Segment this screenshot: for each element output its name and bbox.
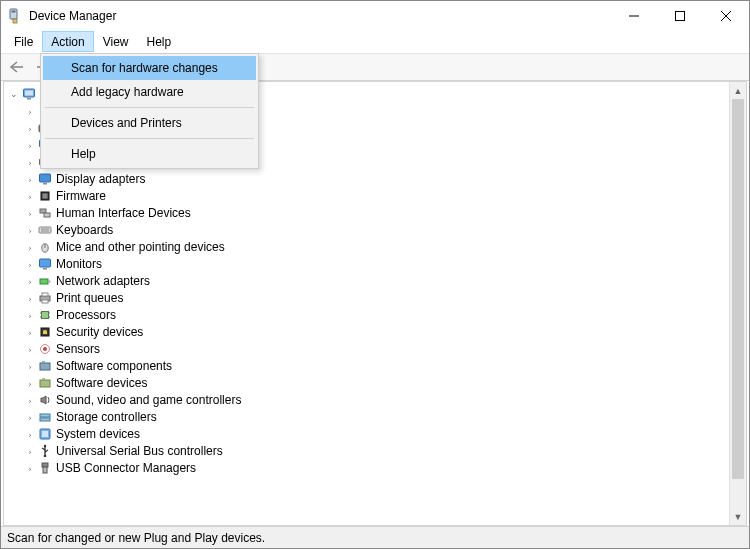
expander-icon[interactable]: › — [24, 307, 36, 323]
window-title: Device Manager — [29, 9, 116, 23]
action-menu-help[interactable]: Help — [43, 142, 256, 166]
tree-item[interactable]: ›System devices — [8, 425, 746, 442]
action-menu-add-legacy[interactable]: Add legacy hardware — [43, 80, 256, 104]
tree-item-label: Keyboards — [56, 222, 113, 238]
expander-icon[interactable]: › — [24, 358, 36, 374]
expander-icon[interactable]: › — [24, 188, 36, 204]
svg-rect-51 — [40, 418, 50, 421]
device-category-icon — [37, 358, 53, 374]
device-category-icon — [37, 409, 53, 425]
device-category-icon — [37, 324, 53, 340]
minimize-button[interactable] — [611, 1, 657, 31]
expander-icon[interactable]: › — [24, 392, 36, 408]
expander-icon[interactable]: › — [24, 103, 36, 119]
scroll-down-arrow[interactable]: ▼ — [730, 508, 746, 525]
tree-item-label: Display adapters — [56, 171, 145, 187]
svg-rect-53 — [42, 431, 48, 437]
tree-item[interactable]: ›Network adapters — [8, 272, 746, 289]
menu-action[interactable]: Action — [42, 31, 93, 52]
tree-item[interactable]: ›Software components — [8, 357, 746, 374]
tree-item[interactable]: ›Monitors — [8, 255, 746, 272]
svg-rect-50 — [40, 414, 50, 417]
svg-rect-38 — [42, 311, 49, 318]
expander-icon[interactable]: › — [24, 137, 36, 153]
expander-icon[interactable]: › — [24, 426, 36, 442]
menu-view[interactable]: View — [94, 31, 138, 52]
menu-file[interactable]: File — [5, 31, 42, 52]
expander-icon[interactable]: ⌄ — [8, 86, 20, 102]
tree-item[interactable]: ›USB Connector Managers — [8, 459, 746, 476]
device-category-icon — [37, 205, 53, 221]
action-menu-devices-printers[interactable]: Devices and Printers — [43, 111, 256, 135]
expander-icon[interactable]: › — [24, 273, 36, 289]
tree-item-label: Sensors — [56, 341, 100, 357]
menu-separator — [45, 138, 254, 139]
expander-icon[interactable]: › — [24, 341, 36, 357]
tree-item-label: Human Interface Devices — [56, 205, 191, 221]
status-bar: Scan for changed or new Plug and Play de… — [1, 526, 749, 548]
tree-item[interactable]: ›Security devices — [8, 323, 746, 340]
close-button[interactable] — [703, 1, 749, 31]
menu-help[interactable]: Help — [138, 31, 181, 52]
expander-icon[interactable]: › — [24, 324, 36, 340]
svg-rect-11 — [27, 98, 31, 100]
tree-item-label: Software components — [56, 358, 172, 374]
tree-item[interactable]: ›Storage controllers — [8, 408, 746, 425]
svg-rect-37 — [42, 300, 48, 303]
device-manager-window: Device Manager File Action View Help Sca… — [0, 0, 750, 549]
svg-rect-34 — [48, 280, 51, 282]
tree-item[interactable]: ›Software devices — [8, 374, 746, 391]
expander-icon[interactable]: › — [24, 171, 36, 187]
svg-rect-10 — [25, 90, 33, 95]
svg-rect-1 — [12, 11, 16, 13]
action-menu-scan[interactable]: Scan for hardware changes — [43, 56, 256, 80]
tree-item[interactable]: ›Firmware — [8, 187, 746, 204]
svg-rect-20 — [40, 174, 51, 182]
expander-icon[interactable]: › — [24, 375, 36, 391]
tree-item-label: Monitors — [56, 256, 102, 272]
expander-icon[interactable]: › — [24, 154, 36, 170]
device-category-icon — [37, 273, 53, 289]
tree-item[interactable]: ›Print queues — [8, 289, 746, 306]
svg-rect-57 — [42, 463, 48, 467]
menu-separator — [45, 107, 254, 108]
svg-rect-21 — [43, 183, 47, 185]
expander-icon[interactable]: › — [24, 256, 36, 272]
scroll-thumb[interactable] — [732, 99, 744, 479]
svg-rect-23 — [43, 193, 48, 198]
tree-item[interactable]: ›Universal Serial Bus controllers — [8, 442, 746, 459]
tree-item-label: Software devices — [56, 375, 147, 391]
tree-item[interactable]: ›Processors — [8, 306, 746, 323]
back-button[interactable] — [5, 56, 27, 78]
tree-item-label: Network adapters — [56, 273, 150, 289]
expander-icon[interactable]: › — [24, 120, 36, 136]
action-dropdown: Scan for hardware changes Add legacy har… — [40, 53, 259, 169]
tree-item[interactable]: ›Human Interface Devices — [8, 204, 746, 221]
expander-icon[interactable]: › — [24, 409, 36, 425]
tree-item[interactable]: ›Keyboards — [8, 221, 746, 238]
svg-rect-25 — [44, 213, 50, 217]
device-category-icon — [37, 443, 53, 459]
device-category-icon — [37, 392, 53, 408]
tree-item[interactable]: ›Sound, video and game controllers — [8, 391, 746, 408]
menu-bar: File Action View Help — [1, 31, 749, 53]
svg-rect-47 — [42, 361, 45, 363]
svg-rect-36 — [42, 293, 48, 296]
scroll-up-arrow[interactable]: ▲ — [730, 82, 746, 99]
device-category-icon — [37, 307, 53, 323]
tree-item[interactable]: ›Sensors — [8, 340, 746, 357]
device-category-icon — [37, 256, 53, 272]
tree-item-label: Print queues — [56, 290, 123, 306]
expander-icon[interactable]: › — [24, 443, 36, 459]
svg-rect-31 — [40, 259, 51, 267]
maximize-button[interactable] — [657, 1, 703, 31]
tree-item[interactable]: ›Mice and other pointing devices — [8, 238, 746, 255]
tree-item[interactable]: ›Display adapters — [8, 170, 746, 187]
tree-item-label: Storage controllers — [56, 409, 157, 425]
expander-icon[interactable]: › — [24, 205, 36, 221]
expander-icon[interactable]: › — [24, 460, 36, 476]
vertical-scrollbar[interactable]: ▲ ▼ — [729, 82, 746, 525]
expander-icon[interactable]: › — [24, 239, 36, 255]
expander-icon[interactable]: › — [24, 290, 36, 306]
expander-icon[interactable]: › — [24, 222, 36, 238]
